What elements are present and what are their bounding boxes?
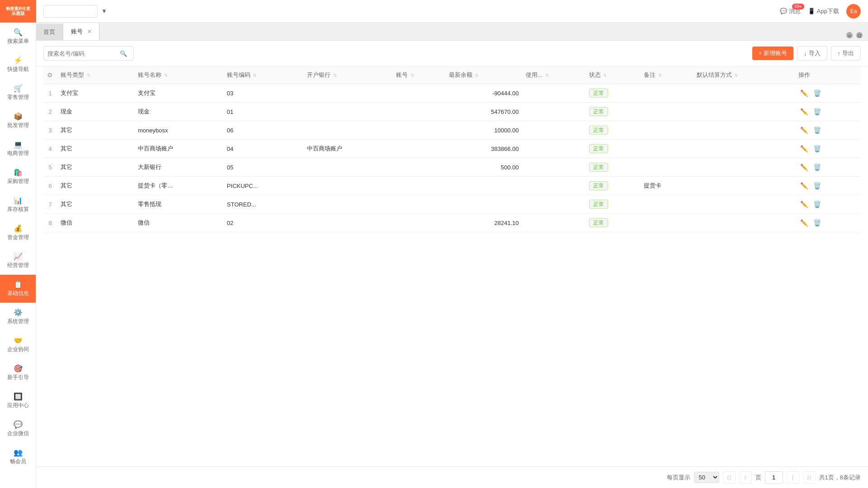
import-button[interactable]: ↓ 导入 xyxy=(797,46,827,61)
basic-info-icon: 📋 xyxy=(2,280,34,289)
add-account-button[interactable]: + 新增账号 xyxy=(752,47,793,60)
table-row: 1 支付宝 支付宝 03 -90444.00 正常 ✏️ 🗑️ xyxy=(43,84,861,103)
delete-button[interactable]: 🗑️ xyxy=(811,218,823,227)
row-usage xyxy=(522,140,585,158)
sidebar-item-search[interactable]: 🔍 搜索菜单 xyxy=(0,23,36,51)
sidebar-item-wholesale[interactable]: 📦 批发管理 xyxy=(0,107,36,135)
edit-button[interactable]: ✏️ xyxy=(798,89,810,98)
import-icon: ↓ xyxy=(804,50,807,57)
page-first-button[interactable]: ⟨⟨ xyxy=(723,471,736,484)
row-actions: ✏️ 🗑️ xyxy=(795,121,861,140)
status-badge: 正常 xyxy=(589,107,608,116)
col-account-sort[interactable]: ⇅ xyxy=(410,73,414,78)
col-bank-sort[interactable]: ⇅ xyxy=(333,73,337,78)
table-row: 2 现金 现金 01 547670.00 正常 ✏️ 🗑️ xyxy=(43,103,861,121)
col-remark-sort[interactable]: ⇅ xyxy=(658,73,662,78)
edit-button[interactable]: ✏️ xyxy=(798,200,810,209)
delete-button[interactable]: 🗑️ xyxy=(811,200,823,209)
home-tab-label: 首页 xyxy=(43,28,55,36)
sidebar-item-collab[interactable]: 🤝 企业协同 xyxy=(0,331,36,359)
add-account-label: + 新增账号 xyxy=(759,49,787,57)
search-icon: 🔍 xyxy=(120,50,127,57)
page-prev-button[interactable]: ⟨ xyxy=(739,471,752,484)
row-balance: 500.00 xyxy=(445,158,523,177)
search-box[interactable]: 🔍 xyxy=(43,46,134,61)
export-icon: ↑ xyxy=(838,50,841,57)
sidebar-item-purchase[interactable]: 🛍️ 采购管理 xyxy=(0,163,36,191)
sidebar-item-operation[interactable]: 📈 经营管理 xyxy=(0,247,36,275)
app-center-icon: 🔲 xyxy=(2,392,34,401)
delete-button[interactable]: 🗑️ xyxy=(811,144,823,153)
row-remark xyxy=(640,121,693,140)
col-type-label: 账号类型 xyxy=(61,71,84,78)
row-balance: 547670.00 xyxy=(445,103,523,121)
edit-button[interactable]: ✏️ xyxy=(798,163,810,172)
delete-button[interactable]: 🗑️ xyxy=(811,107,823,116)
page-size-select[interactable]: 50 100 200 xyxy=(694,472,719,483)
column-settings-icon[interactable]: ⚙ xyxy=(47,71,53,79)
sidebar-item-corp-wechat[interactable]: 💬 企业微信 xyxy=(0,415,36,443)
col-status-sort[interactable]: ⇅ xyxy=(603,73,607,78)
col-balance-sort[interactable]: ⇅ xyxy=(475,73,478,78)
row-usage xyxy=(522,214,585,232)
sidebar-item-label: 资金管理 xyxy=(2,234,34,241)
row-bank xyxy=(303,195,392,214)
row-bank: 中百商场账户 xyxy=(303,140,392,158)
row-bank xyxy=(303,121,392,140)
sidebar-item-finance[interactable]: 💰 资金管理 xyxy=(0,219,36,247)
search-input[interactable] xyxy=(47,50,120,57)
tab-home[interactable]: 首页 xyxy=(36,24,63,40)
row-code: 01 xyxy=(223,103,303,121)
row-status: 正常 xyxy=(585,103,640,121)
sidebar-item-system[interactable]: ⚙️ 系统管理 xyxy=(0,303,36,331)
row-account xyxy=(392,214,445,232)
corp-wechat-icon: 💬 xyxy=(2,420,34,429)
col-code-label: 账号编码 xyxy=(227,71,250,78)
topbar-dropdown[interactable]: ▼ xyxy=(101,8,107,14)
edit-button[interactable]: ✏️ xyxy=(798,181,810,190)
delete-button[interactable]: 🗑️ xyxy=(811,89,823,98)
message-button[interactable]: 💬 消息 99+ xyxy=(780,7,801,15)
sidebar-item-quicknav[interactable]: ⚡ 快捷导航 xyxy=(0,51,36,79)
row-type: 其它 xyxy=(57,140,134,158)
tab-close-icon[interactable]: ✕ xyxy=(87,28,92,35)
edit-button[interactable]: ✏️ xyxy=(798,144,810,153)
row-balance: 383866.00 xyxy=(445,140,523,158)
topbar-search-input[interactable] xyxy=(43,5,98,18)
minimize-button[interactable]: – xyxy=(846,32,853,38)
app-download-button[interactable]: 📱 App下载 xyxy=(808,7,839,15)
sidebar-item-retail[interactable]: 🛒 零售管理 xyxy=(0,79,36,107)
sidebar-item-member[interactable]: 👥 畅会员 xyxy=(0,443,36,471)
page-next-button[interactable]: ⟩ xyxy=(787,471,799,484)
sidebar-item-ecommerce[interactable]: 💻 电商管理 xyxy=(0,135,36,163)
col-type-sort[interactable]: ⇅ xyxy=(87,73,90,78)
sidebar-item-label: 新手引导 xyxy=(2,374,34,381)
row-name: 大新银行 xyxy=(134,158,223,177)
row-payment xyxy=(693,103,795,121)
page-last-button[interactable]: ⟩⟩ xyxy=(803,471,816,484)
row-status: 正常 xyxy=(585,140,640,158)
page-input[interactable] xyxy=(765,471,783,484)
delete-button[interactable]: 🗑️ xyxy=(811,181,823,190)
edit-button[interactable]: ✏️ xyxy=(798,107,810,116)
col-payment-sort[interactable]: ⇅ xyxy=(734,73,738,78)
row-status: 正常 xyxy=(585,84,640,103)
row-type: 支付宝 xyxy=(57,84,134,103)
delete-button[interactable]: 🗑️ xyxy=(811,163,823,172)
edit-button[interactable]: ✏️ xyxy=(798,126,810,135)
sidebar-item-label: 企业微信 xyxy=(2,430,34,437)
tab-account[interactable]: 账号 ✕ xyxy=(64,23,99,40)
maximize-button[interactable]: □ xyxy=(856,32,863,38)
sidebar-item-app-center[interactable]: 🔲 应用中心 xyxy=(0,387,36,415)
col-name-sort[interactable]: ⇅ xyxy=(164,73,168,78)
col-usage-sort[interactable]: ⇅ xyxy=(545,73,549,78)
purchase-icon: 🛍️ xyxy=(2,168,34,177)
edit-button[interactable]: ✏️ xyxy=(798,218,810,227)
col-code-sort[interactable]: ⇅ xyxy=(253,73,256,78)
export-button[interactable]: ↑ 导出 xyxy=(831,46,861,61)
delete-button[interactable]: 🗑️ xyxy=(811,126,823,135)
sidebar-item-basic-info[interactable]: 📋 基础信息 xyxy=(0,275,36,303)
user-avatar[interactable]: Ea xyxy=(846,4,861,19)
sidebar-item-inventory[interactable]: 📊 库存核算 xyxy=(0,191,36,219)
sidebar-item-guide[interactable]: 🎯 新手引导 xyxy=(0,359,36,387)
